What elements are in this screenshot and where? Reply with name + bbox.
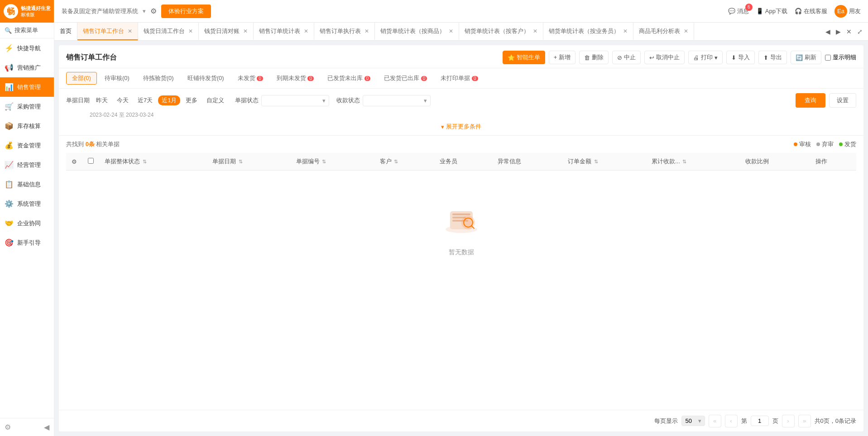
filter-tab-pending-audit[interactable]: 待审核(0) xyxy=(99,72,135,85)
date-opt-custom[interactable]: 自定义 xyxy=(203,95,228,105)
show-detail-chk-wrapper[interactable]: 显示明细 xyxy=(825,53,856,62)
date-opt-today[interactable]: 今天 xyxy=(113,95,132,105)
sidebar-item-purchase[interactable]: 🛒 采购管理 xyxy=(0,97,54,116)
filter-tab-all[interactable]: 全部(0) xyxy=(66,72,97,85)
sidebar-item-marketing[interactable]: 📢 营销推广 xyxy=(0,58,54,77)
search-menu-item[interactable]: 🔍 搜索菜单 xyxy=(0,23,54,38)
tab-sales-summary-staff[interactable]: 销货单统计表（按业务员） ✕ xyxy=(543,23,633,40)
tab-sales-stat-close[interactable]: ✕ xyxy=(304,28,308,34)
status-select[interactable] xyxy=(261,95,329,106)
tab-home[interactable]: 首页 xyxy=(54,23,77,40)
query-btn[interactable]: 查询 xyxy=(796,93,825,108)
tab-margin-analysis[interactable]: 商品毛利分析表 ✕ xyxy=(633,23,694,40)
tab-cash-daily-close[interactable]: ✕ xyxy=(188,28,193,34)
filter-tab-wangpu[interactable]: 旺铺待发货(0) xyxy=(182,72,230,85)
import-btn[interactable]: ⬇ 导入 xyxy=(726,51,755,64)
sidebar-item-quick-nav[interactable]: ⚡ 快捷导航 xyxy=(0,38,54,58)
cancel-stop-btn[interactable]: ↩ 取消中止 xyxy=(644,51,685,64)
tab-sales-order[interactable]: 销售订单工作台 ✕ xyxy=(77,23,138,40)
date-opt-yesterday[interactable]: 昨天 xyxy=(92,95,111,105)
unprinted-badge: 0 xyxy=(472,76,478,81)
th-date[interactable]: 单据日期 ⇅ xyxy=(207,153,291,171)
filter-tab-overdue-unshipped[interactable]: 到期未发货 0 xyxy=(271,72,320,85)
tab-summary-staff-close[interactable]: ✕ xyxy=(623,28,628,34)
sidebar-item-finance[interactable]: 💰 资金管理 xyxy=(0,136,54,155)
online-service-btn[interactable]: 🎧 在线客服 xyxy=(795,7,827,15)
filter-bar: 单据日期 昨天 今天 近7天 近1月 更多 自定义 单据状态 xyxy=(59,89,863,136)
tab-summary-customer-close[interactable]: ✕ xyxy=(533,28,537,34)
th-checkbox[interactable] xyxy=(82,153,99,171)
export-btn[interactable]: ⬆ 导出 xyxy=(758,51,787,64)
tab-fullscreen-btn[interactable]: ⤢ xyxy=(855,26,864,37)
tab-sales-stat[interactable]: 销售订单统计表 ✕ xyxy=(254,23,314,40)
page-input[interactable] xyxy=(751,416,769,426)
sidebar-item-corp[interactable]: 🤝 企业协同 xyxy=(0,213,54,233)
user-btn[interactable]: Ea 用友 xyxy=(834,5,861,18)
date-opt-last1month[interactable]: 近1月 xyxy=(158,95,180,105)
tab-cash-reconcile[interactable]: 钱货日清对账 ✕ xyxy=(199,23,254,40)
tab-margin-close[interactable]: ✕ xyxy=(684,28,688,34)
th-collected[interactable]: 累计收款... ⇅ xyxy=(646,153,740,171)
date-opt-more[interactable]: 更多 xyxy=(182,95,201,105)
tab-sales-exec-close[interactable]: ✕ xyxy=(364,28,369,34)
sidebar-item-sales[interactable]: 📊 销售管理 xyxy=(0,77,54,97)
sidebar-item-basic[interactable]: 📋 基础信息 xyxy=(0,175,54,194)
stop-btn[interactable]: ⊘ 中止 xyxy=(612,51,641,64)
page-size-select[interactable]: 10 20 50 100 xyxy=(681,416,705,426)
status-label: 单据状态 xyxy=(235,96,259,104)
page-next-btn[interactable]: › xyxy=(782,415,795,427)
sidebar-item-guide[interactable]: 🎯 新手引导 xyxy=(0,233,54,252)
content-inner: 销售订单工作台 ⭐ 智能生单 + 新增 🗑 删除 ⊘ 中止 xyxy=(59,45,863,431)
select-all-chk[interactable] xyxy=(88,158,94,164)
filter-tab-unprinted[interactable]: 未打印单据 0 xyxy=(435,72,484,85)
th-customer[interactable]: 客户 ⇅ xyxy=(374,153,434,171)
tab-cash-daily[interactable]: 钱货日清工作台 ✕ xyxy=(138,23,199,40)
sidebar-item-system[interactable]: ⚙️ 系统管理 xyxy=(0,194,54,213)
sidebar-item-business[interactable]: 📈 经营管理 xyxy=(0,155,54,175)
topbar-settings-icon[interactable]: ⚙ xyxy=(150,7,157,15)
delete-btn[interactable]: 🗑 删除 xyxy=(579,51,609,64)
th-number[interactable]: 单据编号 ⇅ xyxy=(291,153,374,171)
message-btn[interactable]: 💬 6 消息 xyxy=(728,7,749,15)
tab-sales-summary-customer[interactable]: 销货单统计表（按客户） ✕ xyxy=(459,23,543,40)
tab-sales-exec[interactable]: 销售订单执行表 ✕ xyxy=(314,23,375,40)
filter-setting-btn[interactable]: 设置 xyxy=(829,93,856,108)
page-prev-btn[interactable]: ‹ xyxy=(725,415,738,427)
app-download-btn[interactable]: 📱 App下载 xyxy=(756,7,787,15)
th-amount[interactable]: 订单金额 ⇅ xyxy=(562,153,646,171)
settings-button[interactable]: ⚙ xyxy=(5,423,11,431)
content-area: 销售订单工作台 ⭐ 智能生单 + 新增 🗑 删除 ⊘ 中止 xyxy=(54,41,868,436)
sort-icon: ⇅ xyxy=(143,159,147,164)
expand-btn[interactable]: ▾ 展开更多条件 xyxy=(441,123,481,131)
tab-sales-summary-product[interactable]: 销货单统计表（按商品） ✕ xyxy=(375,23,459,40)
page-last-btn[interactable]: » xyxy=(798,415,811,427)
ship-action[interactable]: 发货 xyxy=(839,140,856,148)
show-detail-chk[interactable] xyxy=(825,55,831,61)
filter-tab-unshipped[interactable]: 未发货 0 xyxy=(232,72,269,85)
page-first-btn[interactable]: « xyxy=(709,415,721,427)
th-status[interactable]: 单据整体状态 ⇅ xyxy=(99,153,207,171)
print-btn[interactable]: 🖨 打印 ▾ xyxy=(688,51,723,64)
date-opt-last7[interactable]: 近7天 xyxy=(134,95,156,105)
th-exception: 异常信息 xyxy=(492,153,562,171)
tab-sales-order-close[interactable]: ✕ xyxy=(128,28,132,34)
payment-select[interactable] xyxy=(363,95,431,106)
experience-btn[interactable]: 体验行业方案 xyxy=(161,5,211,18)
audit-action[interactable]: 审核 xyxy=(794,140,811,148)
tab-scroll-right-btn[interactable]: ▶ xyxy=(834,26,843,37)
tab-cash-reconcile-close[interactable]: ✕ xyxy=(243,28,248,34)
filter-tab-pending-check[interactable]: 待拣验货(0) xyxy=(137,72,180,85)
smart-create-btn[interactable]: ⭐ 智能生单 xyxy=(503,51,545,64)
th-settings[interactable]: ⚙ xyxy=(66,153,82,171)
expand-row: ▾ 展开更多条件 xyxy=(66,123,856,131)
tab-close-all-btn[interactable]: ✕ xyxy=(844,26,854,37)
sidebar-item-inventory[interactable]: 📦 库存核算 xyxy=(0,116,54,136)
refresh-btn[interactable]: 🔄 刷新 xyxy=(791,51,821,64)
revoke-action[interactable]: 弃审 xyxy=(816,140,834,148)
filter-tab-shipped-not-out[interactable]: 已发货未出库 0 xyxy=(321,72,376,85)
tab-scroll-left-btn[interactable]: ◀ xyxy=(824,26,832,37)
collapse-sidebar-button[interactable]: ◀ xyxy=(44,423,49,431)
filter-tab-shipped-out[interactable]: 已发货已出库 0 xyxy=(378,72,433,85)
add-btn[interactable]: + 新增 xyxy=(549,51,575,64)
tab-summary-product-close[interactable]: ✕ xyxy=(449,28,453,34)
